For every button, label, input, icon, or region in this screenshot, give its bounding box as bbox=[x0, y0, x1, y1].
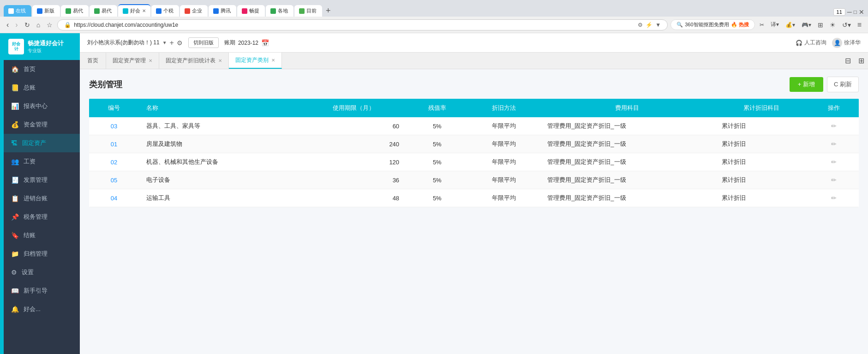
settings-gear-icon[interactable]: ⚙ bbox=[177, 39, 183, 47]
bookmark-button[interactable]: ☆ bbox=[45, 21, 54, 29]
cell-method: 年限平均 bbox=[467, 117, 540, 135]
browser-tab[interactable]: 畅提 bbox=[237, 5, 265, 17]
cut-button[interactable]: ✂ bbox=[758, 22, 766, 28]
refresh-button[interactable]: C 刷新 bbox=[827, 77, 859, 92]
browser-tab[interactable]: 腾讯 bbox=[209, 5, 236, 17]
person-icon: 👤 bbox=[832, 38, 842, 48]
tab-close-icon[interactable]: ✕ bbox=[142, 8, 146, 13]
sidebar-item-payroll[interactable]: 👥 工资 bbox=[4, 152, 80, 171]
edit-button[interactable]: ✏ bbox=[828, 193, 839, 203]
page-tab-bar: 首页 固定资产管理 ✕ 固定资产折旧统计表 ✕ 固定资产类别 ✕ ⊟ ⊞ bbox=[80, 53, 868, 69]
cell-period: 60 bbox=[301, 117, 407, 135]
browser-tab[interactable]: 易代 bbox=[90, 5, 117, 17]
user-avatar-area[interactable]: 👤 徐泽华 bbox=[832, 38, 861, 48]
invoice-icon: 🧾 bbox=[11, 176, 19, 184]
cell-method: 年限平均 bbox=[467, 135, 540, 153]
left-accent-bar bbox=[0, 33, 4, 354]
switch-version-button[interactable]: 切到旧版 bbox=[188, 37, 219, 48]
add-button[interactable]: + 新增 bbox=[790, 77, 823, 92]
cell-cost-subject: 管理费用_固定资产折旧_一级 bbox=[540, 189, 714, 207]
cell-name: 器具、工具、家具等 bbox=[139, 117, 301, 135]
close-tab-icon[interactable]: ✕ bbox=[218, 58, 222, 63]
browser-tab[interactable]: 个税 bbox=[151, 5, 179, 17]
tab-home[interactable]: 首页 bbox=[80, 53, 106, 69]
cell-accum-subject: 累计折旧 bbox=[714, 171, 809, 189]
sidebar-item-label: 总账 bbox=[24, 84, 36, 92]
forward-button[interactable]: › bbox=[13, 21, 19, 29]
tab-label: 易代 bbox=[73, 7, 83, 14]
ssl-icon: 🔒 bbox=[64, 22, 71, 28]
cell-residual: 5% bbox=[407, 135, 467, 153]
new-tab-button[interactable]: + bbox=[323, 6, 334, 16]
cell-residual: 5% bbox=[407, 153, 467, 171]
address-field[interactable]: 🔒 https://cloud.chanjet.com/accounting/u… bbox=[57, 19, 668, 30]
tab-fixed-asset-mgmt[interactable]: 固定资产管理 ✕ bbox=[106, 53, 159, 69]
menu-button[interactable]: ≡ bbox=[856, 21, 863, 29]
brightness-button[interactable]: ☀ bbox=[828, 21, 838, 29]
cell-name: 机器、机械和其他生产设备 bbox=[139, 153, 301, 171]
site-settings-icon[interactable]: ⚙ bbox=[638, 22, 643, 28]
search-box[interactable]: 🔍 360智能抠图免费用 🔥 热搜 bbox=[670, 19, 754, 30]
bookmark-star-icon[interactable]: ⚡ bbox=[646, 22, 652, 28]
sidebar-item-tax[interactable]: 📌 税务管理 bbox=[4, 208, 80, 226]
sidebar-item-more[interactable]: 🔔 好会... bbox=[4, 300, 80, 318]
table-row: 04 运输工具 48 5% 年限平均 管理费用_固定资产折旧_一级 累计折旧 ✏ bbox=[89, 189, 859, 207]
grid-button[interactable]: ⊞ bbox=[816, 21, 825, 29]
sidebar-item-purchase-sales[interactable]: 📋 进销台账 bbox=[4, 189, 80, 208]
browser-tab[interactable]: 企业 bbox=[180, 5, 208, 17]
sidebar-item-home[interactable]: 🏠 首页 bbox=[4, 60, 80, 78]
edit-button[interactable]: ✏ bbox=[828, 175, 839, 185]
sidebar-item-closing[interactable]: 🔖 结账 bbox=[4, 226, 80, 245]
sidebar-item-invoice[interactable]: 🧾 发票管理 bbox=[4, 171, 80, 189]
maximize-button[interactable]: □ bbox=[854, 9, 857, 15]
edit-button[interactable]: ✏ bbox=[828, 139, 839, 149]
close-tab-icon[interactable]: ✕ bbox=[149, 58, 152, 63]
cell-code: 03 bbox=[89, 117, 139, 135]
calendar-icon[interactable]: 📅 bbox=[261, 39, 269, 47]
close-button[interactable]: ✕ bbox=[859, 8, 864, 16]
cell-cost-subject: 管理费用_固定资产折旧_一级 bbox=[540, 153, 714, 171]
cell-action: ✏ bbox=[809, 189, 859, 207]
cell-residual: 5% bbox=[407, 171, 467, 189]
sidebar-item-funds[interactable]: 💰 资金管理 bbox=[4, 115, 80, 134]
browser-tab[interactable]: 在线 bbox=[4, 5, 31, 17]
close-tab-icon[interactable]: ✕ bbox=[271, 58, 275, 63]
edit-button[interactable]: ✏ bbox=[828, 121, 839, 131]
sidebar-item-settings[interactable]: ⚙ 设置 bbox=[4, 263, 80, 282]
tab-asset-category[interactable]: 固定资产类别 ✕ bbox=[229, 53, 282, 69]
browser-tab[interactable]: 易代 bbox=[61, 5, 89, 17]
back-button[interactable]: ‹ bbox=[5, 21, 11, 29]
support-area[interactable]: 🎧 人工咨询 bbox=[796, 39, 826, 47]
browser-tab[interactable]: 目前 bbox=[294, 5, 322, 17]
sidebar-item-archive[interactable]: 📁 归档管理 bbox=[4, 245, 80, 263]
browser-tab[interactable]: 新版 bbox=[32, 5, 60, 17]
wallet-button[interactable]: 💰▾ bbox=[784, 22, 797, 28]
plus-icon[interactable]: + bbox=[170, 39, 174, 47]
reload-button[interactable]: ↻ bbox=[23, 21, 32, 29]
translate-button[interactable]: 译▾ bbox=[769, 21, 781, 29]
sidebar-item-label: 首页 bbox=[24, 65, 36, 73]
collapse-tabs-button[interactable]: ⊟ bbox=[841, 56, 855, 65]
reports-icon: 📊 bbox=[11, 102, 19, 110]
dropdown-icon[interactable]: ▼ bbox=[655, 22, 661, 28]
cell-name: 房屋及建筑物 bbox=[139, 135, 301, 153]
tab-label: 企业 bbox=[192, 7, 202, 14]
sidebar-item-guide[interactable]: 📖 新手引导 bbox=[4, 282, 80, 300]
tab-depreciation-report[interactable]: 固定资产折旧统计表 ✕ bbox=[159, 53, 229, 69]
game-button[interactable]: 🎮▾ bbox=[800, 22, 813, 28]
expand-tabs-button[interactable]: ⊞ bbox=[855, 56, 868, 65]
sidebar-item-fixed-assets[interactable]: 🏗 固定资产 bbox=[4, 134, 80, 152]
sidebar-item-reports[interactable]: 📊 报表中心 bbox=[4, 97, 80, 115]
home-button[interactable]: ⌂ bbox=[35, 21, 42, 29]
minimize-button[interactable]: ─ bbox=[847, 8, 852, 16]
sidebar-item-ledger[interactable]: 📒 总账 bbox=[4, 78, 80, 97]
undo-button[interactable]: ↺▾ bbox=[840, 21, 853, 29]
category-table: 编号 名称 使用期限（月） 残值率 折旧方法 费用科目 累计折旧科目 操作 03… bbox=[89, 99, 859, 207]
tab-label: 在线 bbox=[16, 7, 26, 14]
browser-tab[interactable]: 各地 bbox=[266, 5, 293, 17]
browser-tab-active[interactable]: 好会 ✕ bbox=[118, 4, 150, 17]
sidebar-item-label: 归档管理 bbox=[24, 250, 48, 258]
page-header: 类别管理 + 新增 C 刷新 bbox=[89, 77, 859, 92]
edit-button[interactable]: ✏ bbox=[828, 157, 839, 167]
dropdown-arrow-icon[interactable]: ▼ bbox=[162, 40, 167, 45]
